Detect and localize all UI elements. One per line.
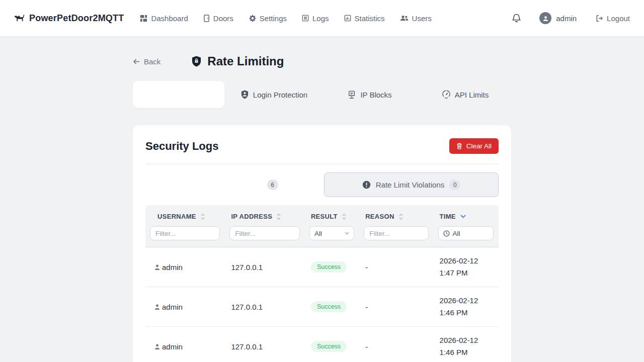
table-row[interactable]: admin 127.0.0.1 Success - 2026-02-12 1:4…: [145, 287, 499, 327]
nav-label: Logs: [312, 14, 329, 23]
nav-item-doors[interactable]: Doors: [203, 14, 233, 23]
logs-icon: [302, 15, 309, 22]
chevron-down-icon: [345, 232, 349, 235]
users-icon: [400, 15, 409, 22]
logout-button[interactable]: Logout: [596, 14, 630, 23]
tab-active-blank[interactable]: [133, 81, 224, 108]
column-header-result[interactable]: RESULT: [311, 213, 353, 220]
sort-icon: [399, 214, 403, 220]
column-label: USERNAME: [157, 213, 196, 220]
sort-icon: [342, 214, 346, 220]
statistics-icon: [344, 15, 351, 22]
sort-icon: [277, 214, 281, 220]
date-value: 2026-02-12: [440, 255, 493, 267]
time-cell: 2026-02-12 1:47 PM: [440, 255, 493, 279]
time-filter-select[interactable]: All: [438, 226, 494, 240]
status-badge: Success: [311, 341, 347, 352]
time-cell: 2026-02-12 1:46 PM: [440, 334, 493, 358]
status-badge: Success: [311, 301, 347, 312]
nav-item-settings[interactable]: Settings: [249, 14, 287, 23]
navbar-right: admin Logout: [512, 12, 630, 24]
door-icon: [203, 15, 210, 22]
column-label: RESULT: [311, 213, 338, 220]
page-title: Rate Limiting: [207, 54, 284, 68]
nav-item-logs[interactable]: Logs: [302, 14, 329, 23]
gear-icon: [249, 15, 256, 22]
card-divider: [145, 164, 499, 164]
tab-ip-blocks[interactable]: IP IP Blocks: [324, 81, 416, 108]
user-chip[interactable]: admin: [539, 12, 577, 24]
reason-filter-input[interactable]: [364, 226, 428, 240]
login-attempts-count-badge: 6: [267, 179, 278, 190]
username-filter-input[interactable]: [150, 226, 220, 240]
exclamation-circle-icon: [362, 180, 371, 189]
tab-label: API Limits: [455, 90, 489, 99]
nav-item-dashboard[interactable]: Dashboard: [140, 14, 188, 23]
brand[interactable]: PowerPetDoor2MQTT: [14, 13, 124, 24]
logout-icon: [596, 15, 603, 22]
nav-label: Doors: [213, 14, 233, 23]
column-header-time[interactable]: TIME: [440, 213, 493, 220]
dashboard-icon: [140, 15, 147, 22]
time-filter-value: All: [453, 230, 460, 237]
table-filter-row: All All: [145, 225, 499, 247]
result-filter-select[interactable]: All: [309, 226, 354, 240]
table-row[interactable]: admin 127.0.0.1 Success - 2026-02-12 1:4…: [145, 327, 499, 362]
page-title-group: Rate Limiting: [192, 54, 284, 68]
clock-icon: [443, 230, 450, 237]
column-header-reason[interactable]: REASON: [365, 213, 427, 220]
security-logs-card: Security Logs Clear All 6: [133, 125, 511, 362]
avatar: [539, 12, 551, 24]
rate-limiting-page: Back Rate Limiting Login Protectio: [133, 37, 511, 362]
subtab-rate-limit-violations[interactable]: Rate Limit Violations 0: [324, 172, 499, 197]
subtab-login-attempts[interactable]: 6: [145, 172, 320, 197]
person-icon: [154, 343, 160, 350]
nav-label: Users: [412, 14, 432, 23]
card-title: Security Logs: [145, 140, 218, 153]
time-value: 1:47 PM: [440, 267, 493, 279]
shield-user-icon: [241, 90, 249, 99]
violations-count-badge: 0: [449, 179, 460, 190]
bell-icon[interactable]: [512, 13, 521, 23]
security-logs-table: USERNAME IP ADDRESS RESULT REASON: [145, 205, 499, 362]
username-value: admin: [162, 303, 183, 311]
sort-icon: [201, 214, 205, 220]
card-header: Security Logs Clear All: [145, 138, 499, 154]
log-type-tabs: 6 Rate Limit Violations 0: [145, 172, 499, 197]
clear-all-button[interactable]: Clear All: [449, 138, 499, 154]
ip-filter-input[interactable]: [229, 226, 299, 240]
trash-icon: [456, 143, 462, 149]
nav-item-users[interactable]: Users: [400, 14, 432, 23]
back-button[interactable]: Back: [133, 57, 160, 66]
person-icon: [154, 264, 160, 270]
tab-label: Login Protection: [253, 90, 307, 99]
nav-label: Dashboard: [151, 14, 188, 23]
section-tabs: Login Protection IP IP Blocks: [133, 81, 511, 108]
username-cell: admin: [154, 342, 219, 351]
nav-item-statistics[interactable]: Statistics: [344, 14, 385, 23]
tab-login-protection[interactable]: Login Protection: [228, 81, 320, 108]
date-value: 2026-02-12: [440, 334, 493, 346]
username-value: admin: [162, 342, 183, 351]
tab-label: IP Blocks: [360, 90, 391, 99]
username-cell: admin: [154, 263, 219, 272]
violations-label: Rate Limit Violations: [376, 180, 444, 189]
ip-cell: 127.0.0.1: [225, 327, 304, 362]
column-label: TIME: [440, 213, 456, 220]
table-row[interactable]: admin 127.0.0.1 Success - 2026-02-12 1:4…: [145, 247, 499, 287]
reason-cell: -: [359, 247, 433, 287]
column-header-username[interactable]: USERNAME: [157, 213, 219, 220]
ip-node-icon: IP: [348, 90, 356, 99]
reason-cell: -: [359, 287, 433, 327]
column-header-ip[interactable]: IP ADDRESS: [231, 213, 298, 220]
status-badge: Success: [311, 261, 347, 273]
nav-label: Statistics: [355, 14, 385, 23]
time-value: 1:46 PM: [440, 307, 493, 319]
back-label: Back: [144, 57, 160, 66]
ip-cell: 127.0.0.1: [225, 287, 304, 327]
result-filter-value: All: [314, 230, 322, 237]
shield-lock-icon: [192, 56, 201, 67]
ip-cell: 127.0.0.1: [225, 247, 304, 287]
tab-api-limits[interactable]: API Limits: [420, 81, 511, 108]
table-header-row: USERNAME IP ADDRESS RESULT REASON: [145, 205, 499, 225]
